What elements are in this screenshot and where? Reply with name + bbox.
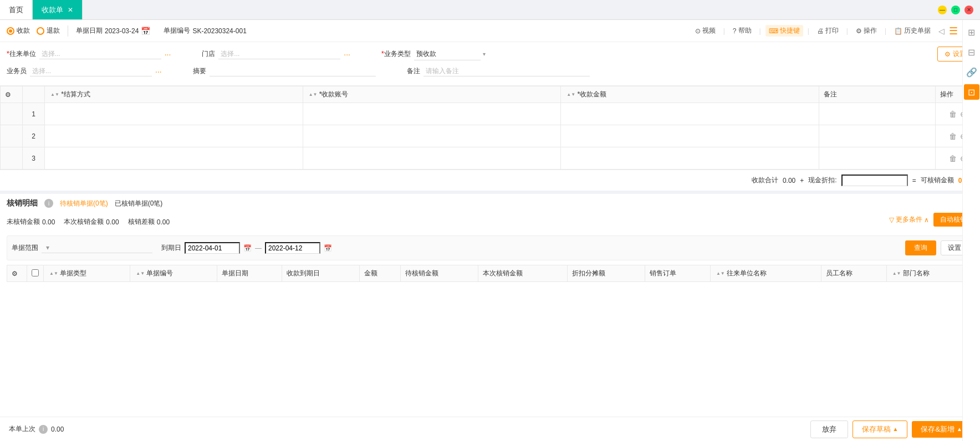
due-date-label: 到期日 <box>161 243 181 253</box>
range-select[interactable]: ▾ <box>42 243 152 253</box>
salesperson-more-icon[interactable]: ··· <box>155 67 162 76</box>
bt-gear-icon[interactable]: ⚙ <box>12 270 18 278</box>
sort-arrows-amount: ▲▼ <box>566 92 575 97</box>
cell-remark-1[interactable] <box>819 103 935 125</box>
delete-row-3-icon[interactable]: 🗑 <box>949 154 957 163</box>
right-panel-link-icon[interactable]: 🔗 <box>964 64 979 80</box>
bottom-table-wrap: ⚙ ▲▼ 单据类型 ▲▼ 单据编号 单据日期 收款到期日 金额 <box>7 265 973 412</box>
delete-row-2-icon[interactable]: 🗑 <box>949 132 957 141</box>
done-tab[interactable]: 已核销单据(0笔) <box>115 199 163 208</box>
nav-prev-icon[interactable]: ◁ <box>938 27 945 35</box>
business-type-label: *业务类型 <box>381 49 411 59</box>
history-button[interactable]: 📋 历史单据 <box>891 25 934 37</box>
writeoff-info-icon[interactable]: i <box>44 199 53 208</box>
radio-refund[interactable]: 退款 <box>37 26 60 35</box>
right-panel-scan-icon[interactable]: ⊡ <box>964 84 979 100</box>
remark-input[interactable] <box>423 66 590 76</box>
cell-settlement-1[interactable] <box>45 103 303 125</box>
close-button[interactable]: ✕ <box>964 6 973 14</box>
cell-remark-3[interactable] <box>819 147 935 170</box>
store-input[interactable] <box>218 49 340 59</box>
maximize-button[interactable]: □ <box>951 6 960 14</box>
date-from-input[interactable] <box>185 242 240 254</box>
remark-field: 备注 <box>407 66 590 76</box>
receipt-table-section: ⚙ ▲▼ *结算方式 ▲▼ *收款账号 ▲▼ *收款金额 <box>0 86 980 170</box>
cell-account-1[interactable] <box>303 103 561 125</box>
cell-account-3[interactable] <box>303 147 561 170</box>
footer-info-icon[interactable]: i <box>39 425 48 434</box>
counterparty-label: *往来单位 <box>7 49 36 59</box>
sort-arrows-account: ▲▼ <box>309 92 318 97</box>
date-from-calendar-icon[interactable]: 📅 <box>243 244 252 252</box>
doc-no-label: 单据编号 <box>164 26 190 35</box>
table-body: 1 🗑 ⊕ 2 <box>1 103 980 170</box>
cell-settlement-3[interactable] <box>45 147 303 170</box>
range-field: 单据范围 ▾ <box>12 243 152 253</box>
table-row: 1 🗑 ⊕ <box>1 103 980 125</box>
summary-row: 收款合计 0.00 + 现金折扣: = 可核销金额 0.00 <box>0 170 980 191</box>
more-conditions-button[interactable]: ▽ 更多条件 ∧ <box>889 215 929 224</box>
stat-uncleared: 未核销金额 0.00 <box>7 217 55 227</box>
right-panel-table-icon[interactable]: ⊞ <box>964 24 979 40</box>
video-button[interactable]: ⊙ 视频 <box>692 25 719 37</box>
net-label: 可核销金额 <box>921 176 954 185</box>
cell-amount-3[interactable] <box>561 147 819 170</box>
divider-1 <box>68 25 68 37</box>
stat-this-writeoff-label: 本次核销金额 <box>64 217 104 227</box>
salesperson-input[interactable] <box>30 66 152 76</box>
cell-amount-2[interactable] <box>561 125 819 147</box>
cell-account-2[interactable] <box>303 125 561 147</box>
shortcut-button[interactable]: ⌨ 快捷键 <box>765 25 803 37</box>
receipt-table: ⚙ ▲▼ *结算方式 ▲▼ *收款账号 ▲▼ *收款金额 <box>0 86 980 170</box>
cell-remark-2[interactable] <box>819 125 935 147</box>
salesperson-field: 业务员 ··· <box>7 66 162 76</box>
cell-settlement-2[interactable] <box>45 125 303 147</box>
store-more-icon[interactable]: ··· <box>344 50 350 59</box>
operation-button[interactable]: ⚙ 操作 <box>853 25 880 37</box>
business-type-arrow[interactable]: ▾ <box>483 51 486 57</box>
tab-home[interactable]: 首页 <box>0 0 33 19</box>
query-button[interactable]: 查询 <box>905 240 936 255</box>
doc-date-calendar-icon[interactable]: 📅 <box>141 27 150 35</box>
save-draft-button[interactable]: 保存草稿 ▲ <box>853 421 908 438</box>
tab-receipt[interactable]: 收款单 ✕ <box>33 0 83 19</box>
print-button[interactable]: 🖨 打印 <box>814 25 842 37</box>
save-new-arrow-icon[interactable]: ▲ <box>957 426 962 432</box>
range-arrow-icon[interactable]: ▾ <box>46 244 49 252</box>
gear-icon[interactable]: ⚙ <box>5 91 11 99</box>
delete-row-1-icon[interactable]: 🗑 <box>949 110 957 119</box>
stat-diff-value: 0.00 <box>157 218 170 226</box>
cell-amount-1[interactable] <box>561 103 819 125</box>
date-to-calendar-icon[interactable]: 📅 <box>324 244 332 252</box>
discount-label: 现金折扣: <box>808 176 836 185</box>
window-controls: — □ ✕ <box>938 6 980 14</box>
form-area: *往来单位 ··· 门店 ··· *业务类型 预收款 ▾ ⚙ 设置 <box>0 42 980 86</box>
cash-discount-input[interactable] <box>841 175 908 186</box>
counterparty-more-icon[interactable]: ··· <box>165 50 171 59</box>
select-all-checkbox[interactable] <box>32 269 39 276</box>
filter-row: 单据范围 ▾ 到期日 📅 — 📅 查询 设置 <box>7 235 973 260</box>
right-panel-copy-icon[interactable]: ⊟ <box>964 44 979 60</box>
help-button[interactable]: ? 帮助 <box>729 25 755 37</box>
btcol-writeoff-amount: 本次核销金额 <box>478 265 568 282</box>
pending-tab[interactable]: 待核销单据(0笔) <box>60 199 108 208</box>
save-draft-arrow-icon[interactable]: ▲ <box>893 426 899 432</box>
table-row: 2 🗑 ⊕ <box>1 125 980 147</box>
radio-receipt[interactable]: 收款 <box>7 26 30 35</box>
counterparty-input[interactable] <box>39 49 161 59</box>
filter-buttons: 查询 设置 <box>905 240 968 255</box>
footer-right: 放弃 保存草稿 ▲ 保存&新增 ▲ <box>810 421 971 438</box>
writeoff-toolbar-right: ▽ 更多条件 ∧ 自动核销 <box>889 213 973 227</box>
minimize-button[interactable]: — <box>938 6 947 14</box>
view-list-icon[interactable]: ☰ <box>949 25 958 37</box>
abandon-button[interactable]: 放弃 <box>810 421 848 438</box>
this-page-value: 0.00 <box>51 425 64 433</box>
footer-left: 本单上次 i 0.00 <box>9 424 64 434</box>
business-type-field: *业务类型 预收款 ▾ <box>381 48 486 60</box>
summary-input[interactable] <box>210 66 376 76</box>
tab-receipt-close[interactable]: ✕ <box>68 6 73 14</box>
table-col-amount: ▲▼ *收款金额 <box>561 86 819 103</box>
summary-label: 摘要 <box>193 66 206 76</box>
date-to-input[interactable] <box>265 242 320 254</box>
business-type-select[interactable]: 预收款 ▾ <box>414 48 486 60</box>
